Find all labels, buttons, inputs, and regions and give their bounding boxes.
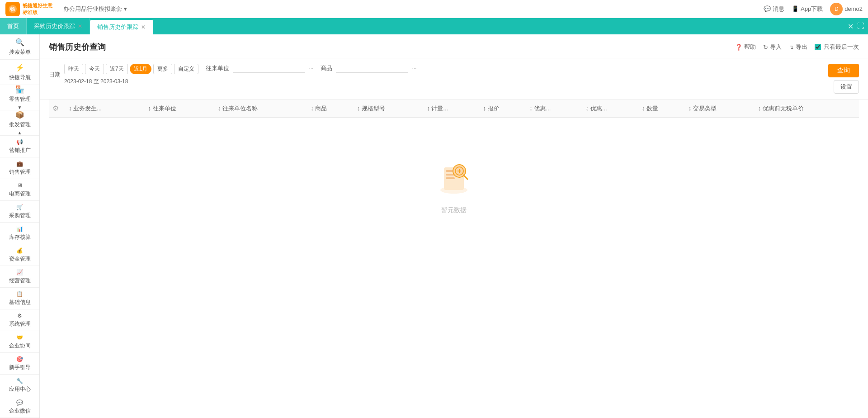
settings-button[interactable]: 设置 (834, 80, 859, 94)
svg-text:畅: 畅 (10, 6, 15, 12)
date-buttons: 昨天 今天 近7天 近1月 更多 自定义 (64, 64, 198, 74)
last-only-checkbox[interactable] (815, 44, 821, 50)
tab-purchase-history[interactable]: 采购历史价跟踪 ✕ (27, 18, 90, 34)
tab-expand-button[interactable]: ⛶ (857, 22, 864, 30)
table-header-row: ⚙ ↕ 业务发生... ↕ 往来单位 ↕ 往来单位名称 (49, 100, 859, 118)
sidebar-item-finance[interactable]: 💰 资金管理 (0, 244, 39, 266)
col-tax-price-label: ↕ 优惠前无税单价 (758, 105, 804, 112)
import-action[interactable]: ↻ 导入 (763, 43, 782, 51)
col-trade-type-label: ↕ 交易类型 (689, 105, 717, 112)
marketing-icon: 📢 (16, 139, 23, 145)
close-sales-history-icon[interactable]: ✕ (141, 24, 146, 30)
sidebar-item-wholesale[interactable]: 📦 批发管理 ▲ (0, 110, 39, 136)
industry-label: 办公用品行业模拟账套 (63, 5, 122, 13)
sidebar-item-base-info[interactable]: 📋 基础信息 (0, 288, 39, 309)
goods-more-icon[interactable]: ··· (412, 65, 416, 71)
sales-icon: 💼 (16, 161, 23, 167)
sidebar-item-marketing[interactable]: 📢 营销推广 (0, 136, 39, 157)
data-table: ⚙ ↕ 业务发生... ↕ 往来单位 ↕ 往来单位名称 (49, 100, 859, 118)
counterpart-filter-group: 往来单位 ··· (206, 64, 313, 73)
date-filter-group: 日期 昨天 今天 近7天 近1月 更多 自定义 2023-02-18 至 202… (49, 64, 198, 86)
goods-filter-group: 商品 ··· (321, 64, 416, 73)
col-discount1: ↕ 优惠... (526, 100, 582, 118)
nav-user[interactable]: D demo2 (830, 3, 863, 15)
sidebar-label-enterprise: 企业协同 (9, 342, 31, 350)
help-action[interactable]: ❓ 帮助 (735, 43, 756, 51)
sidebar-item-ent-wechat[interactable]: 💬 企业微信 (0, 396, 39, 418)
newbie-icon: 🎯 (16, 356, 23, 362)
last-only-wrap[interactable]: 只看最后一次 (815, 43, 859, 51)
tab-close-all-button[interactable]: ✕ (848, 22, 854, 31)
date-range: 2023-02-18 至 2023-03-18 (64, 78, 198, 86)
enterprise-icon: 🤝 (16, 334, 23, 341)
col-biz-date-label: ↕ 业务发生... (69, 105, 102, 112)
page-title: 销售历史价查询 (49, 42, 106, 52)
sidebar-item-ecom[interactable]: 🖥 电商管理 (0, 179, 39, 201)
counterpart-input[interactable] (233, 64, 305, 73)
logo-text: 畅捷通好生意 标准版 (23, 2, 52, 15)
empty-state: 暂元数据 (49, 118, 859, 251)
col-trade-type: ↕ 交易类型 (685, 100, 755, 118)
date-btn-today[interactable]: 今天 (85, 64, 104, 74)
date-btn-custom[interactable]: 自定义 (174, 64, 198, 74)
col-discount1-label: ↕ 优惠... (529, 105, 551, 112)
tab-bar: 首页 采购历史价跟踪 ✕ 销售历史价跟踪 ✕ ✕ ⛶ (0, 18, 868, 34)
col-goods: ↕ 商品 (307, 100, 354, 118)
tab-home[interactable]: 首页 (0, 18, 27, 34)
goods-filter-label: 商品 (321, 64, 332, 72)
col-qty: ↕ 数量 (638, 100, 685, 118)
sidebar-item-quick-nav[interactable]: ⚡ 快捷导航 (0, 60, 39, 85)
svg-rect-6 (446, 177, 455, 179)
column-settings-icon[interactable]: ⚙ (52, 104, 59, 112)
empty-icon (431, 154, 476, 199)
date-btn-7days[interactable]: 近7天 (106, 64, 128, 74)
date-filter-label: 日期 (49, 71, 61, 79)
retail-expand-icon: ▼ (18, 105, 22, 110)
sidebar-item-inventory[interactable]: 📊 库存核算 (0, 223, 39, 244)
base-info-icon: 📋 (16, 291, 23, 297)
biz-icon: 📈 (16, 269, 23, 276)
col-qty-label: ↕ 数量 (642, 105, 658, 112)
sidebar-label-biz: 经营管理 (9, 277, 31, 285)
col-settings: ⚙ (49, 100, 65, 118)
wholesale-icon: 📦 (15, 110, 24, 119)
close-purchase-history-icon[interactable]: ✕ (78, 23, 82, 29)
content-area: 销售历史价查询 ❓ 帮助 ↻ 导入 ↴ 导出 (40, 34, 868, 418)
col-goods-label: ↕ 商品 (311, 105, 327, 112)
sidebar-item-purchase[interactable]: 🛒 采购管理 (0, 201, 39, 223)
sidebar-item-newbie[interactable]: 🎯 新手引导 (0, 353, 39, 375)
goods-input[interactable] (336, 64, 408, 73)
col-unit-label: ↕ 计量... (427, 105, 448, 112)
date-btn-more[interactable]: 更多 (153, 64, 172, 74)
date-btn-yesterday[interactable]: 昨天 (64, 64, 83, 74)
sidebar-item-search-menu[interactable]: 🔍 搜索菜单 (0, 34, 39, 60)
date-btn-1month[interactable]: 近1月 (130, 64, 152, 74)
avatar: D (830, 3, 843, 15)
col-unit: ↕ 计量... (423, 100, 479, 118)
sidebar-item-sys[interactable]: ⚙ 系统管理 (0, 309, 39, 331)
query-button[interactable]: 查询 (828, 64, 859, 77)
export-action[interactable]: ↴ 导出 (789, 43, 807, 51)
tab-sales-history[interactable]: 销售历史价跟踪 ✕ (90, 20, 153, 34)
nav-app[interactable]: 📱 App下载 (792, 5, 823, 13)
sidebar-item-enterprise[interactable]: 🤝 企业协同 (0, 331, 39, 353)
sidebar-item-app-center[interactable]: 🔧 应用中心 (0, 375, 39, 396)
col-counterpart: ↕ 往来单位 (145, 100, 214, 118)
nav-message[interactable]: 💬 消息 (764, 5, 784, 13)
logo-icon: 畅 (5, 2, 20, 16)
sys-icon: ⚙ (17, 313, 22, 319)
sidebar-item-biz[interactable]: 📈 经营管理 (0, 266, 39, 288)
counterpart-filter-label: 往来单位 (206, 64, 229, 72)
sidebar-item-retail[interactable]: 🏪 零售管理 ▼ (0, 85, 39, 110)
logo-area: 畅 畅捷通好生意 标准版 (5, 2, 52, 16)
industry-selector[interactable]: 办公用品行业模拟账套 ▾ (63, 5, 127, 13)
help-icon: ❓ (735, 44, 742, 51)
col-spec-label: ↕ 规格型号 (357, 105, 385, 112)
tab-bar-right: ✕ ⛶ (848, 22, 868, 31)
page-header: 销售历史价查询 ❓ 帮助 ↻ 导入 ↴ 导出 (40, 34, 868, 58)
counterpart-more-icon[interactable]: ··· (309, 65, 313, 71)
sidebar-item-sales[interactable]: 💼 销售管理 (0, 157, 39, 179)
col-counterpart-name-label: ↕ 往来单位名称 (218, 105, 258, 112)
sidebar-label-app-center: 应用中心 (9, 385, 31, 393)
col-discount2: ↕ 优惠... (582, 100, 638, 118)
